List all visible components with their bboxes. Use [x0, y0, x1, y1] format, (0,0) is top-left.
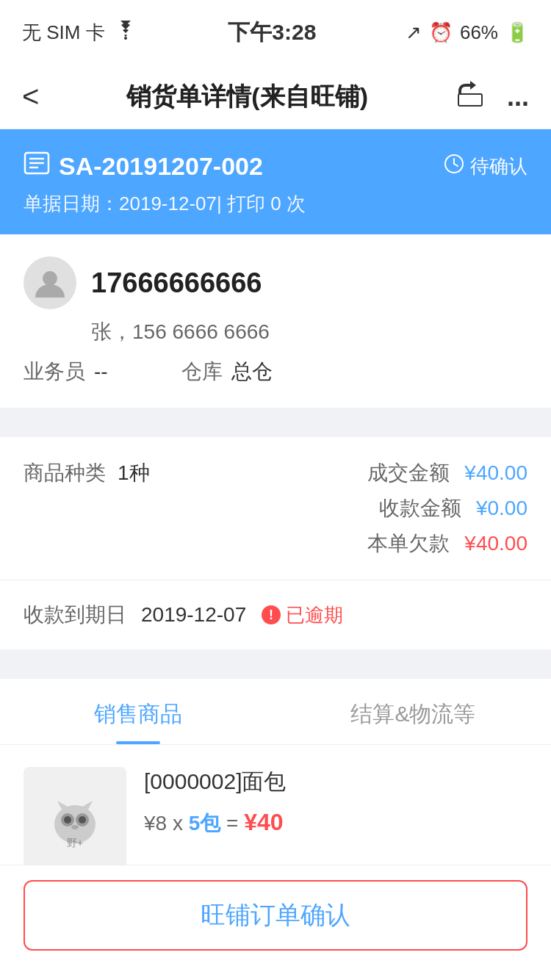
svg-rect-1 — [458, 94, 482, 106]
customer-section: 17666666666 张，156 6666 6666 业务员 -- 仓库 总仓 — [0, 234, 551, 408]
overdue-badge: ! 已逾期 — [261, 602, 343, 628]
status-left: 无 SIM 卡 — [22, 20, 139, 46]
svg-line-8 — [454, 164, 458, 166]
order-number: SA-20191207-002 — [24, 150, 263, 182]
product-type-label: 商品种类 — [24, 459, 106, 487]
customer-name: 张，156 6666 6666 — [24, 318, 527, 346]
order-header-card: SA-20191207-002 待确认 单据日期：2019-12-07| 打印 … — [0, 129, 551, 234]
section-divider-3 — [0, 649, 551, 664]
customer-phone: 17666666666 — [91, 267, 262, 299]
tabs-section: 销售商品 结算&物流等 野+ [00 — [0, 679, 551, 892]
status-time: 下午3:28 — [228, 18, 316, 48]
tabs-header: 销售商品 结算&物流等 — [0, 679, 551, 745]
quantity-highlight: 5包 — [189, 812, 221, 835]
warehouse-value: 总仓 — [231, 358, 273, 386]
due-label: 收款到期日 — [24, 601, 126, 629]
svg-point-18 — [71, 825, 79, 829]
order-icon — [24, 150, 50, 182]
received-value: ¥0.00 — [476, 497, 527, 520]
total-price: ¥40 — [244, 809, 283, 835]
svg-point-9 — [43, 271, 57, 286]
confirm-order-button[interactable]: 旺铺订单确认 — [24, 880, 527, 951]
due-date-section: 收款到期日 2019-12-07 ! 已逾期 — [0, 580, 551, 649]
received-label: 收款金额 — [379, 494, 461, 522]
customer-meta: 业务员 -- 仓库 总仓 — [24, 358, 527, 386]
battery-text: 66% — [460, 21, 498, 44]
product-thumbnail: 野+ — [24, 767, 126, 870]
owed-value: ¥40.00 — [464, 532, 527, 555]
no-sim-text: 无 SIM 卡 — [22, 20, 105, 46]
page-title: 销货单详情(来自旺铺) — [126, 80, 368, 114]
order-status: 待确认 — [444, 154, 527, 179]
alarm-icon: ⏰ — [429, 21, 453, 44]
svg-point-17 — [79, 816, 86, 824]
product-name: [0000002]面包 — [144, 767, 527, 797]
summary-section: 商品种类 1种 成交金额 ¥40.00 收款金额 ¥0.00 本单欠款 ¥40.… — [0, 437, 551, 580]
section-divider-1 — [0, 422, 551, 437]
product-info: [0000002]面包 ¥8 x 5包 = ¥40 — [144, 767, 527, 837]
due-date-value: 2019-12-07 — [141, 603, 246, 627]
customer-avatar — [24, 256, 76, 309]
product-price: ¥8 x 5包 = ¥40 — [144, 809, 527, 837]
order-date: 单据日期：2019-12-07| 打印 0 次 — [24, 191, 527, 217]
sales-label: 业务员 — [24, 358, 85, 386]
location-icon: ↗ — [406, 21, 422, 44]
svg-point-16 — [64, 816, 71, 824]
owed-label: 本单欠款 — [367, 530, 450, 558]
tab-settlement[interactable]: 结算&物流等 — [276, 679, 551, 744]
product-type-value: 1种 — [118, 459, 150, 487]
tab-products[interactable]: 销售商品 — [0, 679, 276, 744]
amount-value: ¥40.00 — [464, 461, 527, 485]
wifi-icon — [112, 21, 139, 45]
clock-icon — [444, 154, 464, 179]
status-right: ↗ ⏰ 66% 🔋 — [406, 21, 529, 44]
nav-actions: ... — [455, 79, 529, 114]
amount-label: 成交金额 — [367, 459, 450, 487]
svg-text:!: ! — [269, 608, 273, 622]
more-icon[interactable]: ... — [507, 82, 529, 112]
bottom-action-area: 旺铺订单确认 — [0, 865, 551, 980]
nav-bar: < 销货单详情(来自旺铺) ... — [0, 65, 551, 129]
share-icon[interactable] — [455, 79, 485, 114]
battery-icon: 🔋 — [505, 21, 529, 44]
svg-text:野+: 野+ — [67, 837, 83, 849]
warehouse-label: 仓库 — [181, 358, 223, 386]
back-button[interactable]: < — [22, 80, 39, 113]
status-bar: 无 SIM 卡 下午3:28 ↗ ⏰ 66% 🔋 — [0, 0, 551, 65]
sales-value: -- — [94, 360, 108, 383]
svg-point-0 — [124, 37, 127, 40]
